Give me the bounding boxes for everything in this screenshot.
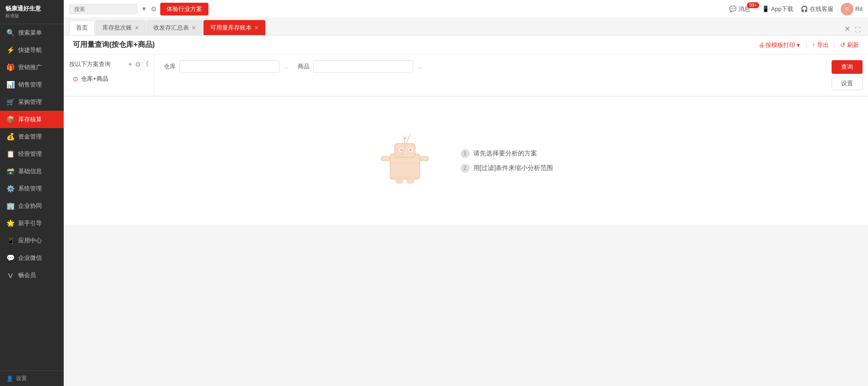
page-content: 可用量查询(按仓库+商品) 🖨 按模板打印 ▼ ↑ 导出 ↺ 刷新 bbox=[64, 36, 868, 386]
sidebar-label-newbie: 新手引导 bbox=[18, 219, 42, 227]
sidebar-item-operations[interactable]: 📋 经营管理 bbox=[0, 145, 64, 163]
sidebar-item-member[interactable]: V 畅会员 bbox=[0, 267, 64, 284]
query-scheme-panel: 按以下方案查询 ＋ ⊙ 《 ⊙ 仓库+商品 bbox=[64, 55, 155, 96]
topbar: ▼ ⚙ 体验行业方案 💬 消息 99+ 📱 App下载 🎧 在线客服 R Rit bbox=[64, 0, 868, 18]
goods-more-icon[interactable]: ... bbox=[418, 63, 422, 70]
tab-home[interactable]: 首页 bbox=[69, 20, 95, 35]
query-area: 按以下方案查询 ＋ ⊙ 《 ⊙ 仓库+商品 仓库 ... bbox=[64, 55, 868, 96]
tab-batch-account[interactable]: 库存批次账✕ bbox=[96, 20, 146, 35]
scheme-actions: ＋ ⊙ 《 bbox=[127, 60, 149, 68]
svg-rect-9 bbox=[396, 178, 403, 183]
tab-available-ledger[interactable]: 可用量库存账本✕ bbox=[203, 20, 265, 35]
tab-close-receipt-summary[interactable]: ✕ bbox=[192, 25, 196, 31]
svg-rect-0 bbox=[390, 154, 420, 179]
app-download-button[interactable]: 📱 App下载 bbox=[762, 5, 793, 13]
topbar-search-input[interactable] bbox=[69, 4, 137, 14]
sidebar-label-purchase: 采购管理 bbox=[18, 98, 42, 106]
sidebar-icon-purchase: 🛒 bbox=[6, 98, 15, 106]
goods-input[interactable] bbox=[313, 60, 413, 73]
sidebar-item-shortcut[interactable]: ⚡ 快捷导航 bbox=[0, 41, 64, 59]
printer-icon: 🖨 bbox=[759, 41, 765, 48]
scheme-collapse-button[interactable]: 《 bbox=[142, 60, 149, 68]
svg-point-12 bbox=[403, 137, 406, 139]
header-divider-1 bbox=[807, 41, 807, 49]
export-button[interactable]: ↑ 导出 bbox=[812, 41, 829, 49]
tab-close-window-button[interactable]: ✕ bbox=[843, 23, 852, 35]
warehouse-field: 仓库 ... bbox=[164, 60, 289, 73]
sidebar: 畅康通好生意 标准版 🔍 搜索菜单 ⚡ 快捷导航 🎁 营销推广 📊 销售管理 🛒… bbox=[0, 0, 64, 386]
query-button[interactable]: 查询 bbox=[832, 60, 863, 74]
sidebar-icon-shortcut: ⚡ bbox=[6, 46, 15, 54]
scheme-add-button[interactable]: ＋ bbox=[127, 60, 133, 68]
online-service-label: 在线客服 bbox=[810, 5, 833, 13]
online-service-button[interactable]: 🎧 在线客服 bbox=[801, 5, 833, 13]
warehouse-input[interactable] bbox=[179, 60, 279, 73]
sidebar-item-enterprise[interactable]: 🏢 企业协同 bbox=[0, 197, 64, 215]
page-header: 可用量查询(按仓库+商品) 🖨 按模板打印 ▼ ↑ 导出 ↺ 刷新 bbox=[64, 36, 868, 55]
app-title: 畅康通好生意 bbox=[5, 5, 58, 13]
topbar-dropdown-icon[interactable]: ▼ bbox=[141, 5, 147, 12]
sidebar-menu: 🔍 搜索菜单 ⚡ 快捷导航 🎁 营销推广 📊 销售管理 🛒 采购管理 📦 库存核… bbox=[0, 24, 64, 371]
query-actions: 查询 设置 bbox=[826, 55, 868, 96]
avatar: R bbox=[841, 3, 853, 15]
sidebar-item-search[interactable]: 🔍 搜索菜单 bbox=[0, 24, 64, 41]
goods-label: 商品 bbox=[298, 62, 310, 71]
svg-rect-8 bbox=[420, 156, 429, 161]
tip-text-1: 请先选择要分析的方案 bbox=[473, 149, 537, 158]
sidebar-label-member: 畅会员 bbox=[18, 271, 36, 279]
export-label: 导出 bbox=[817, 41, 829, 49]
print-dropdown-icon[interactable]: ▼ bbox=[796, 42, 801, 48]
empty-illustration bbox=[379, 134, 433, 188]
sidebar-item-marketing[interactable]: 🎁 营销推广 bbox=[0, 59, 64, 76]
sidebar-icon-operations: 📋 bbox=[6, 150, 15, 158]
empty-tip-2: 2 用[过滤]条件来缩小分析范围 bbox=[461, 164, 553, 173]
sidebar-icon-wechat: 💬 bbox=[6, 254, 15, 262]
tab-expand-button[interactable]: ⛶ bbox=[853, 25, 863, 35]
industry-solution-button[interactable]: 体验行业方案 bbox=[160, 3, 208, 15]
tab-label-receipt-summary: 收发存汇总表 bbox=[153, 24, 189, 32]
tab-close-batch-account[interactable]: ✕ bbox=[135, 25, 139, 31]
sidebar-item-newbie[interactable]: 🌟 新手引导 bbox=[0, 215, 64, 232]
scheme-item-warehouse-goods[interactable]: ⊙ 仓库+商品 bbox=[69, 72, 149, 86]
tabbar: 首页库存批次账✕收发存汇总表✕可用量库存账本✕✕ ⛶ bbox=[64, 18, 868, 36]
phone-icon: 📱 bbox=[762, 5, 769, 12]
sidebar-label-operations: 经营管理 bbox=[18, 150, 42, 158]
sidebar-item-inventory[interactable]: 📦 库存核算 bbox=[0, 111, 64, 128]
sidebar-label-marketing: 营销推广 bbox=[18, 63, 42, 72]
setting-button[interactable]: 设置 bbox=[832, 77, 863, 90]
sidebar-item-system[interactable]: ⚙️ 系统管理 bbox=[0, 180, 64, 197]
warehouse-more-icon[interactable]: ... bbox=[284, 63, 289, 70]
tab-label-available-ledger: 可用量库存账本 bbox=[210, 24, 252, 32]
sidebar-item-sales[interactable]: 📊 销售管理 bbox=[0, 76, 64, 93]
warehouse-label: 仓库 bbox=[164, 62, 176, 71]
sidebar-label-basic: 基础信息 bbox=[18, 167, 42, 175]
headset-icon: 🎧 bbox=[801, 5, 808, 12]
message-button[interactable]: 💬 消息 99+ bbox=[729, 5, 755, 13]
sidebar-icon-sales: 📊 bbox=[6, 81, 15, 89]
app-subtitle: 标准版 bbox=[5, 13, 58, 19]
sidebar-item-basic[interactable]: 🗃️ 基础信息 bbox=[0, 163, 64, 180]
message-badge: 99+ bbox=[747, 2, 759, 8]
scheme-settings-button[interactable]: ⊙ bbox=[135, 60, 141, 68]
refresh-label: 刷新 bbox=[847, 41, 859, 49]
tab-receipt-summary[interactable]: 收发存汇总表✕ bbox=[147, 20, 203, 35]
sidebar-item-finance[interactable]: 💰 资金管理 bbox=[0, 128, 64, 145]
refresh-button[interactable]: ↺ 刷新 bbox=[840, 41, 859, 49]
sidebar-label-appstore: 应用中心 bbox=[18, 237, 42, 245]
sidebar-label-search: 搜索菜单 bbox=[18, 29, 42, 37]
sidebar-icon-search: 🔍 bbox=[6, 29, 15, 37]
sidebar-item-wechat[interactable]: 💬 企业微信 bbox=[0, 249, 64, 267]
sidebar-item-appstore[interactable]: 📱 应用中心 bbox=[0, 232, 64, 249]
sidebar-bottom: 👤设置 bbox=[0, 371, 64, 386]
sidebar-item-purchase[interactable]: 🛒 采购管理 bbox=[0, 93, 64, 111]
sidebar-icon-newbie: 🌟 bbox=[6, 219, 15, 227]
scheme-item-label: 仓库+商品 bbox=[81, 75, 108, 83]
sidebar-label-enterprise: 企业协同 bbox=[18, 202, 42, 210]
user-avatar-area[interactable]: R Rit bbox=[841, 3, 863, 15]
tab-close-available-ledger[interactable]: ✕ bbox=[254, 25, 259, 31]
print-template-button[interactable]: 🖨 按模板打印 ▼ bbox=[759, 41, 801, 49]
export-icon: ↑ bbox=[812, 41, 816, 48]
svg-rect-10 bbox=[407, 178, 414, 183]
header-divider-2 bbox=[834, 41, 835, 49]
topbar-gear-icon[interactable]: ⚙ bbox=[151, 5, 157, 13]
